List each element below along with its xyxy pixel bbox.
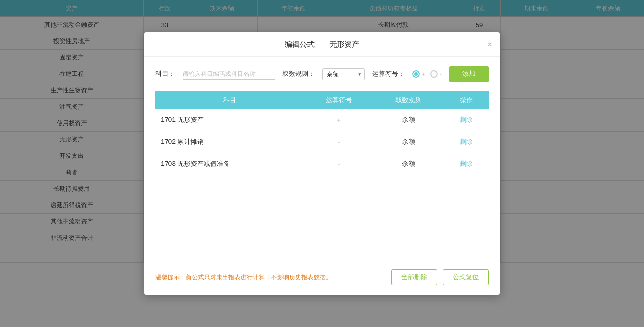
formula-operator-cell: -	[304, 131, 374, 153]
col-rule-header: 取数规则	[374, 91, 444, 109]
operator-minus-radio[interactable]: -	[430, 70, 442, 78]
modal-body: 科目： 取数规则： 余额 借方 贷方 借方发生额 贷方发生额 ▼ 运算符号：	[144, 57, 500, 264]
modal-dialog: 编辑公式——无形资产 × 科目： 取数规则： 余额 借方 贷方 借方发生额 贷方…	[144, 32, 500, 295]
modal-title: 编辑公式——无形资产	[285, 40, 359, 50]
col-operator-header: 运算符号	[304, 91, 374, 109]
formula-action-cell: 删除	[443, 109, 489, 131]
col-subject-header: 科目	[155, 91, 304, 109]
formula-rule-cell: 余额	[374, 109, 444, 131]
operator-label: 运算符号：	[372, 70, 405, 78]
formula-operator-cell: -	[304, 153, 374, 175]
delete-all-button[interactable]: 全部删除	[391, 269, 437, 285]
formula-action-cell: 删除	[443, 131, 489, 153]
formula-operator-cell: +	[304, 109, 374, 131]
operator-radio-group: + -	[412, 70, 442, 78]
radio-plus-label: +	[422, 70, 425, 78]
rule-select[interactable]: 余额 借方 贷方 借方发生额 贷方发生额	[322, 68, 365, 80]
add-button[interactable]: 添加	[449, 66, 489, 82]
modal-close-button[interactable]: ×	[487, 40, 492, 49]
formula-form-row: 科目： 取数规则： 余额 借方 贷方 借方发生额 贷方发生额 ▼ 运算符号：	[155, 66, 489, 82]
formula-subject-cell: 1702 累计摊销	[155, 131, 304, 153]
rule-label: 取数规则：	[282, 70, 315, 78]
rule-select-wrap: 余额 借方 贷方 借方发生额 贷方发生额 ▼	[322, 68, 365, 80]
formula-subject-cell: 1701 无形资产	[155, 109, 304, 131]
formula-table-row: 1702 累计摊销-余额删除	[155, 131, 489, 153]
radio-minus-label: -	[439, 70, 442, 78]
formula-action-cell: 删除	[443, 153, 489, 175]
operator-plus-radio[interactable]: +	[412, 70, 425, 78]
formula-rule-cell: 余额	[374, 153, 444, 175]
footer-tip: 温馨提示：新公式只对未出报表进行计算，不影响历史报表数据。	[155, 273, 332, 282]
delete-row-button[interactable]: 删除	[460, 138, 473, 146]
subject-input[interactable]	[183, 68, 275, 80]
delete-row-button[interactable]: 删除	[460, 116, 473, 124]
formula-subject-cell: 1703 无形资产减值准备	[155, 153, 304, 175]
delete-row-button[interactable]: 删除	[460, 160, 473, 168]
radio-plus-circle	[412, 70, 420, 78]
formula-rule-cell: 余额	[374, 131, 444, 153]
modal-header: 编辑公式——无形资产 ×	[144, 32, 500, 57]
modal-overlay: 编辑公式——无形资产 × 科目： 取数规则： 余额 借方 贷方 借方发生额 贷方…	[0, 0, 644, 327]
col-action-header: 操作	[443, 91, 489, 109]
modal-footer: 温馨提示：新公式只对未出报表进行计算，不影响历史报表数据。 全部删除 公式复位	[144, 264, 500, 295]
formula-table: 科目 运算符号 取数规则 操作 1701 无形资产+余额删除1702 累计摊销-…	[155, 91, 489, 175]
reset-formula-button[interactable]: 公式复位	[443, 269, 489, 285]
radio-minus-circle	[430, 70, 438, 78]
formula-table-row: 1701 无形资产+余额删除	[155, 109, 489, 131]
table-header-row: 科目 运算符号 取数规则 操作	[155, 91, 489, 109]
subject-label: 科目：	[155, 70, 175, 78]
formula-table-row: 1703 无形资产减值准备-余额删除	[155, 153, 489, 175]
footer-buttons: 全部删除 公式复位	[391, 269, 489, 285]
